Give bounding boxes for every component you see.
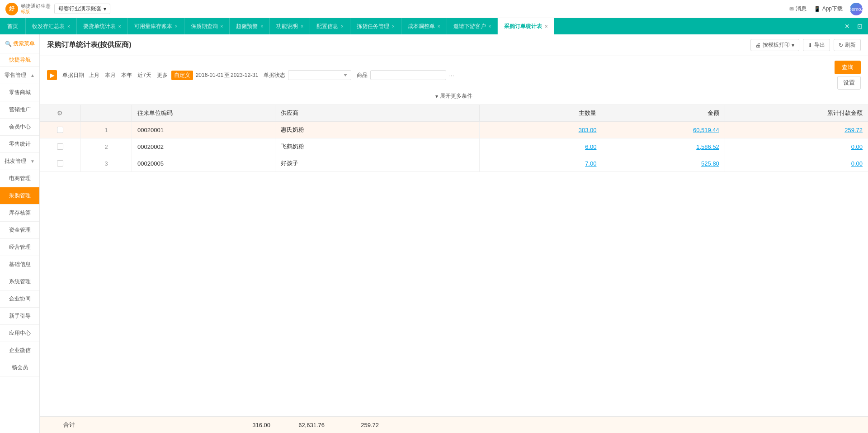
tab-close-icon[interactable]: × — [175, 24, 178, 29]
date-btn-7days[interactable]: 近7天 — [136, 71, 153, 80]
tab-purchase-stats[interactable]: 采购订单统计表 × — [498, 18, 554, 34]
sidebar-item-guide[interactable]: 新手引导 — [0, 308, 39, 325]
refresh-btn[interactable]: ↻ 刷新 — [834, 39, 861, 51]
sidebar-item-retail-shop[interactable]: 零售商城 — [0, 84, 39, 101]
tab-close-icon[interactable]: × — [221, 24, 223, 29]
tab-close-icon[interactable]: × — [489, 24, 491, 29]
sidebar-item-app-center[interactable]: 应用中心 — [0, 325, 39, 342]
row-paid[interactable]: 259.72 — [725, 122, 868, 138]
row-amount[interactable]: 525.80 — [602, 155, 725, 172]
tab-config[interactable]: 配置信息 × — [310, 18, 350, 34]
row-amount[interactable]: 60,519.44 — [602, 122, 725, 138]
tab-close-icon[interactable]: × — [341, 24, 344, 29]
row-amount[interactable]: 1,586.52 — [602, 138, 725, 155]
status-label: 单据状态 — [264, 71, 285, 79]
table-container: ⚙ 往来单位编码 供应商 主数量 金额 累计付款金额 1 00020001 — [40, 105, 868, 416]
date-btn-more[interactable]: 更多 — [155, 71, 170, 80]
row-qty[interactable]: 6.00 — [480, 138, 602, 155]
message-btn[interactable]: ✉ 消息 — [789, 5, 807, 13]
tab-close-icon[interactable]: × — [545, 24, 547, 29]
row-qty[interactable]: 303.00 — [480, 122, 602, 138]
sidebar-item-wholesale[interactable]: 批发管理 ▼ — [0, 153, 39, 170]
workspace-selector[interactable]: 母婴行业演示账套 ▾ — [54, 4, 110, 14]
col-header-amount: 金额 — [602, 105, 725, 122]
tab-close-icon[interactable]: × — [118, 24, 121, 29]
tab-close-icon[interactable]: × — [301, 24, 303, 29]
footer-qty: 316.00 — [222, 422, 276, 428]
col-header-index — [80, 105, 132, 122]
sidebar-item-retail[interactable]: 零售管理 ▲ — [0, 67, 39, 84]
goods-label: 商品 — [357, 71, 368, 79]
tab-func-desc[interactable]: 功能说明 × — [270, 18, 310, 34]
column-settings-icon[interactable]: ⚙ — [57, 109, 63, 117]
tab-close-icon[interactable]: × — [67, 24, 70, 29]
date-btn-last-month[interactable]: 上月 — [87, 71, 101, 80]
tab-invite-down[interactable]: 邀请下游客户 × — [447, 18, 498, 34]
tab-cost-adj[interactable]: 成本调整单 × — [401, 18, 447, 34]
date-btn-this-month[interactable]: 本月 — [103, 71, 118, 80]
sidebar-item-vip[interactable]: 畅会员 — [0, 359, 39, 376]
sidebar-item-purchase[interactable]: 采购管理 — [0, 187, 39, 205]
quick-nav-btn[interactable]: 快捷导航 — [0, 53, 39, 67]
sidebar-item-inventory[interactable]: 库存核算 — [0, 205, 39, 222]
sidebar-item-member[interactable]: 会员中心 — [0, 119, 39, 136]
expand-conditions-btn[interactable]: ▾ 展开更多条件 — [435, 92, 472, 100]
date-range-display: 2016-01-01 至 2023-12-31 — [196, 71, 259, 79]
sidebar-item-basic[interactable]: 基础信息 — [0, 256, 39, 273]
sidebar-item-operation[interactable]: 经营管理 — [0, 239, 39, 256]
logo-text: 畅捷通好生意 标版 — [21, 3, 51, 14]
tab-close-icon[interactable]: × — [392, 24, 395, 29]
tab-stock-book[interactable]: 可用量库存账本 × — [128, 18, 184, 34]
row-checkbox[interactable] — [57, 160, 63, 167]
row-supplier: 惠氏奶粉 — [275, 122, 479, 138]
tab-close-icon[interactable]: × — [438, 24, 440, 29]
table-row[interactable]: 3 00020005 好孩子 7.00 525.80 0.00 — [40, 155, 868, 172]
nav-maximize-btn[interactable]: ⊡ — [855, 22, 864, 31]
table-footer: 合计 316.00 62,631.76 259.72 — [40, 416, 868, 433]
tab-pick-task[interactable]: 拣货任务管理 × — [350, 18, 401, 34]
chevron-down-icon: ▾ — [104, 6, 106, 12]
date-filter-group: 单据日期 上月 本月 本年 近7天 更多 自定义 2016-01-01 至 20… — [62, 71, 258, 80]
tab-home[interactable]: 首页 — [0, 18, 26, 34]
tab-recv-send[interactable]: 收发存汇总表 × — [26, 18, 77, 34]
settings-btn[interactable]: 设置 — [837, 76, 861, 90]
sidebar-item-wechat[interactable]: 企业微信 — [0, 342, 39, 359]
col-header-qty: 主数量 — [480, 105, 602, 122]
sidebar-item-enterprise[interactable]: 企业协同 — [0, 290, 39, 308]
row-index: 3 — [80, 155, 132, 172]
tab-order-stats[interactable]: 要货单统计表 × — [77, 18, 128, 34]
search-menu-btn[interactable]: 🔍 搜索菜单 — [3, 38, 37, 49]
sidebar-item-system[interactable]: 系统管理 — [0, 273, 39, 290]
export-btn[interactable]: ⬇ 导出 — [803, 39, 830, 51]
chevron-icon: ▲ — [30, 73, 35, 78]
tab-overstock[interactable]: 超储预警 × — [230, 18, 270, 34]
sidebar-item-retail-stats[interactable]: 零售统计 — [0, 136, 39, 153]
search-icon: 🔍 — [5, 41, 12, 47]
user-avatar[interactable]: demo2 — [850, 3, 863, 15]
row-paid[interactable]: 0.00 — [725, 155, 868, 172]
table-row[interactable]: 1 00020001 惠氏奶粉 303.00 60,519.44 259.72 — [40, 122, 868, 138]
app-download-btn[interactable]: 📱 App下载 — [814, 5, 843, 13]
chevron-down-icon: ▾ — [792, 42, 794, 48]
row-code: 00020001 — [132, 122, 275, 138]
tab-expiry[interactable]: 保质期查询 × — [184, 18, 230, 34]
status-select[interactable] — [288, 70, 351, 80]
date-btn-custom[interactable]: 自定义 — [171, 71, 193, 80]
tab-close-icon[interactable]: × — [260, 24, 263, 29]
sidebar-item-marketing[interactable]: 营销推广 — [0, 101, 39, 119]
row-paid[interactable]: 0.00 — [725, 138, 868, 155]
nav-close-btn[interactable]: ✕ — [843, 22, 852, 31]
table-row[interactable]: 2 00020002 飞鹤奶粉 6.00 1,586.52 0.00 — [40, 138, 868, 155]
filter-toggle-btn[interactable]: ▶ — [47, 70, 57, 80]
query-btn[interactable]: 查询 — [835, 61, 861, 74]
sidebar-item-finance[interactable]: 资金管理 — [0, 222, 39, 239]
row-checkbox[interactable] — [57, 127, 63, 133]
template-print-btn[interactable]: 🖨 按模板打印 ▾ — [750, 39, 799, 51]
date-btn-this-year[interactable]: 本年 — [119, 71, 134, 80]
row-qty[interactable]: 7.00 — [480, 155, 602, 172]
more-icon[interactable]: ··· — [449, 72, 454, 79]
goods-input[interactable] — [370, 70, 446, 80]
row-supplier: 好孩子 — [275, 155, 479, 172]
row-checkbox[interactable] — [57, 143, 63, 150]
sidebar-item-ecommerce[interactable]: 电商管理 — [0, 170, 39, 187]
